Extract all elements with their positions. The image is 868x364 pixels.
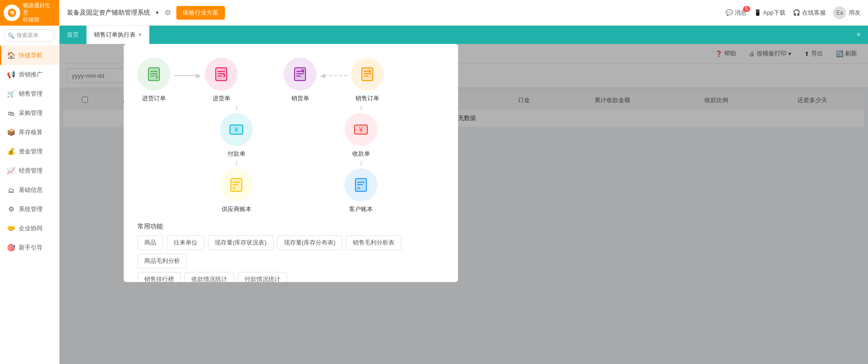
- func-btn-product-profit[interactable]: 商品毛利分析: [137, 254, 187, 268]
- supplier-ledger-icon: [220, 168, 253, 201]
- search-icon: 🔍: [8, 33, 15, 39]
- quick-guide-modal: 进货订单 ▶ 进: [124, 44, 458, 282]
- down-arrow-purchase-bill: ↓: [235, 103, 238, 111]
- sidebar: 畅康通好生意 旺嗖嗖 🔍 搜索菜单 🏠 快捷导航 📢 营销推广 🛒 销售管理: [0, 0, 60, 364]
- content-area: ❓ 帮助 🖨 按模板打印 ▾ ⬆ 导出 🔄 刷新: [60, 44, 868, 364]
- arrow-purchase-order-to-purchase-bill: ▶: [170, 72, 205, 79]
- sales-bill-icon: [284, 58, 317, 91]
- sidebar-item-operations[interactable]: 📈 经营管理: [0, 161, 59, 180]
- sidebar-logo: 畅康通好生意 旺嗖嗖: [0, 0, 59, 26]
- flow-node-payment[interactable]: ¥ 付款单: [220, 113, 253, 158]
- close-all-tabs-button[interactable]: ×: [849, 31, 868, 39]
- logo-icon: [4, 5, 20, 21]
- marketing-icon: 📢: [7, 71, 15, 79]
- basic-info-icon: 🗂: [7, 186, 15, 194]
- system-title: 装备及固定资产辅助管理系统: [67, 9, 150, 17]
- operations-icon: 📈: [7, 167, 15, 175]
- sidebar-search-area: 🔍 搜索菜单: [0, 26, 59, 46]
- sidebar-item-purchase[interactable]: 🛍 采购管理: [0, 103, 59, 123]
- sales-icon: 🛒: [7, 90, 15, 98]
- settings-icon[interactable]: ⚙: [164, 8, 171, 17]
- purchase-bill-icon: [205, 58, 238, 91]
- sidebar-item-marketing[interactable]: 📢 营销推广: [0, 65, 59, 84]
- sidebar-item-system[interactable]: ⚙ 系统管理: [0, 200, 59, 219]
- sidebar-item-sales[interactable]: 🛒 销售管理: [0, 84, 59, 103]
- svg-rect-18: [233, 187, 235, 190]
- sidebar-item-enterprise[interactable]: 🤝 企业协同: [0, 219, 59, 238]
- func-btn-sales-profit[interactable]: 销售毛利分析表: [346, 235, 401, 250]
- svg-point-1: [11, 12, 13, 14]
- app-download-link[interactable]: 📱 App下载: [754, 9, 786, 17]
- message-badge[interactable]: 💬 消息 5: [726, 9, 747, 17]
- sales-order-icon: [351, 58, 384, 91]
- search-menu-button[interactable]: 🔍 搜索菜单: [4, 29, 55, 42]
- function-buttons-row-1: 商品 往来单位 现存量(库存状况表) 现存量(库存分布表) 销售毛利分析表 商品…: [137, 235, 444, 268]
- flow-node-purchase-bill[interactable]: 进货单: [205, 58, 238, 103]
- logo-text: 畅康通好生意 旺嗖嗖: [23, 2, 55, 24]
- func-btn-sales-rank[interactable]: 销售排行榜: [137, 272, 181, 282]
- enterprise-icon: 🤝: [7, 224, 15, 233]
- sidebar-item-newbie[interactable]: 🎯 新手引导: [0, 238, 59, 257]
- modal-overlay: 进货订单 ▶ 进: [60, 44, 868, 364]
- service-icon: 🎧: [793, 9, 800, 16]
- avatar: Ea: [833, 6, 846, 19]
- svg-rect-21: [357, 187, 360, 190]
- system-dropdown[interactable]: ▾: [156, 9, 159, 16]
- online-service-link[interactable]: 🎧 在线客服: [793, 9, 826, 17]
- function-buttons-row-2: 销售排行榜 收款情况统计 付款情况统计: [137, 272, 444, 282]
- main-area: 装备及固定资产辅助管理系统 ▾ ⚙ 体验行业方案 💬 消息 5 📱 App下载 …: [60, 0, 868, 364]
- sidebar-item-quick-guide[interactable]: 🏠 快捷导航: [0, 46, 59, 65]
- topbar: 装备及固定资产辅助管理系统 ▾ ⚙ 体验行业方案 💬 消息 5 📱 App下载 …: [60, 0, 868, 26]
- customer-ledger-icon: [344, 168, 377, 201]
- flow-node-sales-order[interactable]: 销售订单: [351, 58, 384, 103]
- func-btn-stock-status[interactable]: 现存量(库存状况表): [208, 235, 273, 250]
- flow-top-row: 进货订单 ▶ 进: [137, 58, 384, 103]
- flow-node-purchase-order[interactable]: 进货订单: [137, 58, 170, 103]
- tab-bar: 首页 销售订单执行表 × ×: [60, 26, 868, 44]
- flow-node-supplier-ledger[interactable]: 供应商账本: [220, 168, 253, 213]
- system-icon: ⚙: [7, 205, 15, 213]
- down-arrow-receipt: ↓: [359, 158, 363, 167]
- download-icon: 📱: [754, 9, 761, 16]
- func-btn-stock-dist[interactable]: 现存量(库存分布表): [277, 235, 343, 250]
- tab-home[interactable]: 首页: [60, 26, 87, 44]
- sidebar-item-basic-info[interactable]: 🗂 基础信息: [0, 180, 59, 200]
- flow-diagram: 进货订单 ▶ 进: [137, 58, 444, 221]
- flow-node-customer-ledger[interactable]: 客户账本: [344, 168, 377, 213]
- payment-icon: ¥: [220, 113, 253, 146]
- message-icon: 💬: [726, 9, 733, 16]
- topbar-actions: 💬 消息 5 📱 App下载 🎧 在线客服 Ea 用友: [726, 6, 861, 19]
- down-arrow-payment: ↓: [235, 158, 238, 167]
- func-btn-product[interactable]: 商品: [137, 235, 163, 250]
- common-functions-section: 常用功能 商品 往来单位 现存量(库存状况表) 现存量(库存分布表) 销售毛利分…: [137, 223, 444, 282]
- purchase-order-icon: [137, 58, 170, 91]
- tab-sales-order[interactable]: 销售订单执行表 ×: [87, 26, 149, 44]
- func-btn-payment-stats[interactable]: 付款情况统计: [238, 272, 287, 282]
- flow-bot-row: ↓ 供应商账本: [137, 158, 377, 213]
- purchase-icon: 🛍: [7, 109, 15, 117]
- arrow-sales-order-to-sales-bill: ◀: [317, 72, 351, 79]
- func-btn-party[interactable]: 往来单位: [167, 235, 204, 250]
- finance-icon: 💰: [7, 147, 15, 156]
- common-functions-title: 常用功能: [137, 223, 444, 231]
- trial-button[interactable]: 体验行业方案: [176, 6, 225, 20]
- sidebar-item-inventory[interactable]: 📦 库存核算: [0, 123, 59, 142]
- flow-node-sales-bill[interactable]: 销货单: [284, 58, 317, 103]
- tab-close-icon[interactable]: ×: [138, 32, 142, 38]
- sidebar-item-finance[interactable]: 💰 资金管理: [0, 142, 59, 161]
- user-menu[interactable]: Ea 用友: [833, 6, 861, 19]
- down-arrow-sales-bill: ↓: [359, 103, 363, 111]
- func-btn-receipt-stats[interactable]: 收款情况统计: [185, 272, 234, 282]
- receipt-icon: ¥: [344, 113, 377, 146]
- flow-node-receipt[interactable]: ¥ 收款单: [344, 113, 377, 158]
- flow-mid-row: ↓ ¥ 付款单: [137, 103, 377, 158]
- quick-guide-icon: 🏠: [7, 51, 15, 60]
- sidebar-nav: 🏠 快捷导航 📢 营销推广 🛒 销售管理 🛍 采购管理 📦 库存核算 💰: [0, 46, 59, 364]
- inventory-icon: 📦: [7, 128, 15, 136]
- newbie-icon: 🎯: [7, 244, 15, 252]
- svg-text:¥: ¥: [359, 126, 363, 133]
- chevron-down-icon: ▾: [156, 9, 159, 16]
- svg-text:¥: ¥: [234, 126, 238, 133]
